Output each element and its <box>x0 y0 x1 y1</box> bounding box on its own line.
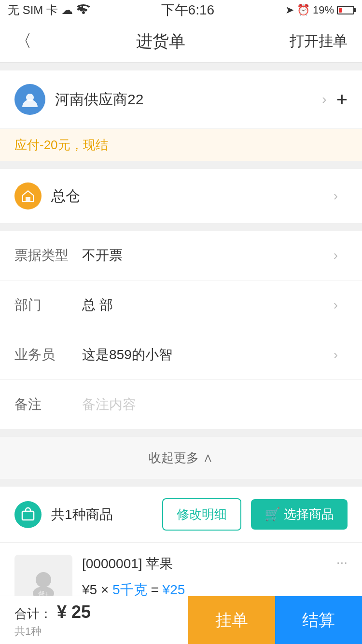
dept-value: 总 部 <box>82 296 334 314</box>
dept-arrow-icon: › <box>334 297 338 313</box>
svg-rect-2 <box>22 511 34 520</box>
edit-detail-button[interactable]: 修改明细 <box>162 498 241 531</box>
battery-percent: 19% <box>313 4 334 16</box>
supplier-arrow-icon: › <box>322 92 326 107</box>
invoice-label: 票据类型 <box>14 246 82 265</box>
supplier-alert: 应付-20元，现结 <box>0 129 362 161</box>
sim-status: 无 SIM 卡 ☁ <box>8 2 73 18</box>
wifi-icon <box>77 3 90 17</box>
battery-icon <box>337 6 354 14</box>
invoice-type-row[interactable]: 票据类型 不开票 › <box>0 231 362 280</box>
supplier-name: 河南供应商22 <box>55 90 322 110</box>
price-unit: ¥5 <box>82 582 97 597</box>
section-divider-top <box>0 63 362 70</box>
status-right: ➤ ⏰ 19% <box>285 4 354 16</box>
staff-arrow-icon: › <box>334 347 338 363</box>
staff-row[interactable]: 业务员 这是859的小智 › <box>0 330 362 380</box>
product-code: [0000001] <box>82 556 142 571</box>
svg-point-3 <box>36 572 51 588</box>
total-label: 合计： ¥ 25 <box>14 602 174 622</box>
alarm-icon: ⏰ <box>297 4 310 16</box>
battery-fill <box>339 8 342 13</box>
back-button[interactable]: 〈 <box>14 29 32 53</box>
page-title: 进货单 <box>136 30 185 53</box>
price-total: ¥25 <box>163 582 185 597</box>
warehouse-name: 总仓 <box>51 186 334 206</box>
bottom-bar: 合计： ¥ 25 共1种 挂单 结算 <box>0 596 362 644</box>
supplier-row[interactable]: 河南供应商22 › + <box>0 70 362 129</box>
warehouse-section[interactable]: 总仓 › <box>0 169 362 223</box>
dept-row[interactable]: 部门 总 部 › <box>0 280 362 330</box>
remark-label: 备注 <box>14 395 82 414</box>
collapse-label: 收起更多 ∧ <box>149 449 213 466</box>
total-amount: ¥ 25 <box>57 602 91 622</box>
svg-rect-1 <box>26 197 30 202</box>
total-sub: 共1种 <box>14 624 174 639</box>
form-section: 票据类型 不开票 › 部门 总 部 › 业务员 这是859的小智 › 备注 备注… <box>0 231 362 429</box>
staff-label: 业务员 <box>14 346 82 364</box>
price-multiply: × <box>101 582 112 597</box>
product-title: 苹果 <box>146 556 173 571</box>
select-product-label: 选择商品 <box>284 506 334 523</box>
total-section: 合计： ¥ 25 共1种 <box>0 602 188 639</box>
hang-order-button[interactable]: 挂单 <box>188 596 275 644</box>
status-bar: 无 SIM 卡 ☁ 下午6:16 ➤ ⏰ 19% <box>0 0 362 20</box>
select-product-icon: 🛒 <box>265 507 280 522</box>
settle-button[interactable]: 结算 <box>275 596 362 644</box>
status-time: 下午6:16 <box>161 1 215 19</box>
warehouse-arrow-icon: › <box>334 188 338 204</box>
remark-input[interactable]: 备注内容 <box>82 395 348 414</box>
product-more-button[interactable]: ··· <box>336 555 348 570</box>
product-name: [0000001] 苹果 <box>82 555 327 573</box>
location-icon: ➤ <box>285 4 294 16</box>
remark-row[interactable]: 备注 备注内容 <box>0 380 362 429</box>
dept-label: 部门 <box>14 296 82 314</box>
supplier-avatar <box>14 84 45 115</box>
invoice-value: 不开票 <box>82 246 334 265</box>
collapse-row[interactable]: 收起更多 ∧ <box>0 437 362 479</box>
total-text: 合计： <box>14 605 52 622</box>
staff-value: 这是859的小智 <box>82 346 334 364</box>
status-left: 无 SIM 卡 ☁ <box>8 2 90 18</box>
open-pending-button[interactable]: 打开挂单 <box>290 31 348 51</box>
product-count-label: 共1种商品 <box>51 505 153 524</box>
nav-bar: 〈 进货单 打开挂单 <box>0 20 362 63</box>
price-equals: = <box>151 582 162 597</box>
price-quantity: 5千克 <box>112 582 147 597</box>
supplier-section: 河南供应商22 › + 应付-20元，现结 <box>0 70 362 161</box>
select-product-button[interactable]: 🛒 选择商品 <box>251 499 348 530</box>
warehouse-row[interactable]: 总仓 › <box>0 169 362 223</box>
product-info: [0000001] 苹果 ¥5 × 5千克 = ¥25 <box>82 555 327 599</box>
product-header: 共1种商品 修改明细 🛒 选择商品 <box>0 487 362 542</box>
product-icon <box>14 501 42 528</box>
add-button[interactable]: + <box>336 89 348 111</box>
warehouse-icon <box>14 182 42 210</box>
invoice-arrow-icon: › <box>334 248 338 263</box>
section-divider-mid <box>0 479 362 487</box>
